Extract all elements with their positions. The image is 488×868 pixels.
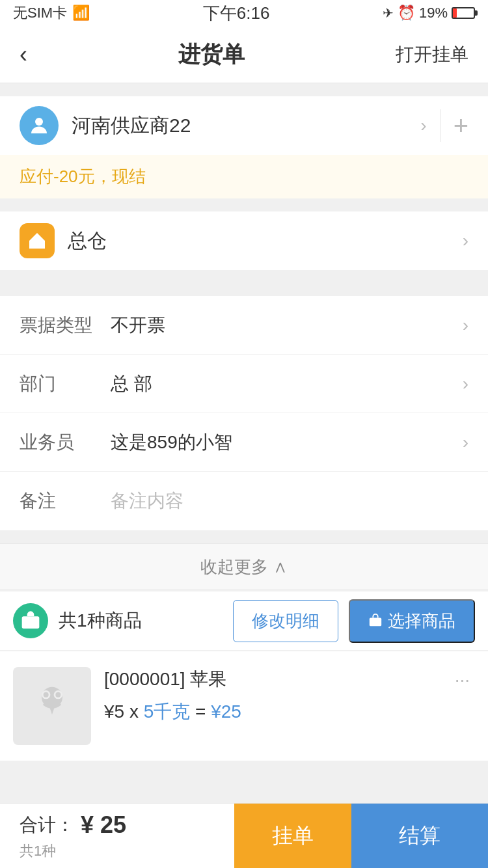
checkout-button[interactable]: 结算 <box>351 804 488 869</box>
edit-detail-button[interactable]: 修改明细 <box>233 600 338 642</box>
form-section: 票据类型 不开票 › 部门 总 部 › 业务员 这是859的小智 › 备注 备注… <box>0 296 488 530</box>
warehouse-icon <box>20 223 55 258</box>
section-divider-1 <box>0 83 488 96</box>
total-amount: ¥ 25 <box>81 811 126 839</box>
supplier-section: 河南供应商22 › + 应付-20元，现结 <box>0 96 488 198</box>
price-qty: 5千克 <box>144 701 191 722</box>
product-more-button[interactable]: ··· <box>450 667 475 693</box>
status-bar: 无SIM卡 📶 下午6:16 ✈ ⏰ 19% <box>0 0 488 26</box>
total-sub: 共1种 <box>20 841 215 861</box>
carrier-text: 无SIM卡 <box>13 3 67 23</box>
product-code: [0000001] <box>104 669 185 689</box>
remark-row[interactable]: 备注 备注内容 <box>0 472 488 530</box>
invoice-type-row[interactable]: 票据类型 不开票 › <box>0 296 488 355</box>
notice-text: 应付-20元，现结 <box>20 167 146 186</box>
product-name: [0000001] 苹果 <box>104 667 437 692</box>
select-product-button[interactable]: 选择商品 <box>349 599 475 643</box>
svg-rect-2 <box>22 616 40 629</box>
price-equals: = <box>195 701 211 722</box>
remark-label: 备注 <box>20 489 111 513</box>
page-title: 进货单 <box>178 40 245 70</box>
remark-placeholder: 备注内容 <box>111 489 468 513</box>
product-image-icon <box>26 680 78 732</box>
nav-bar: ‹ 进货单 打开挂单 <box>0 26 488 83</box>
status-time: 下午6:16 <box>203 2 270 25</box>
supplier-row[interactable]: 河南供应商22 › + <box>0 96 488 155</box>
invoice-type-label: 票据类型 <box>20 313 111 338</box>
warehouse-name: 总仓 <box>68 228 463 254</box>
product-item: [0000001] 苹果 ¥5 x 5千克 = ¥25 ··· <box>0 651 488 761</box>
salesman-label: 业务员 <box>20 430 111 455</box>
product-thumbnail <box>13 667 91 745</box>
warehouse-chevron-icon: › <box>463 230 468 251</box>
warehouse-row[interactable]: 总仓 › <box>0 211 488 270</box>
status-left: 无SIM卡 📶 <box>13 3 90 23</box>
person-icon <box>27 114 51 137</box>
department-value: 总 部 <box>111 372 463 396</box>
product-info: [0000001] 苹果 ¥5 x 5千克 = ¥25 <box>104 667 437 724</box>
home-icon <box>27 230 47 251</box>
collapse-bar[interactable]: 收起更多 ∧ <box>0 543 488 590</box>
summary-left: 合计： ¥ 25 共1种 <box>0 811 234 861</box>
svg-point-0 <box>35 118 43 126</box>
svg-rect-1 <box>34 243 40 249</box>
battery-percentage: 19% <box>419 5 448 21</box>
salesman-value: 这是859的小智 <box>111 430 463 455</box>
price-total: ¥25 <box>211 701 241 722</box>
price-unit: ¥5 <box>104 701 124 722</box>
select-product-icon <box>368 614 383 628</box>
bottom-bar: 合计： ¥ 25 共1种 挂单 结算 <box>0 803 488 868</box>
add-supplier-button[interactable]: + <box>454 111 468 141</box>
section-divider-2 <box>0 270 488 283</box>
salesman-chevron-icon: › <box>463 432 468 453</box>
location-icon: ✈ <box>383 5 394 21</box>
open-pending-button[interactable]: 打开挂单 <box>396 42 468 67</box>
supplier-name: 河南供应商22 <box>72 113 420 139</box>
invoice-chevron-icon: › <box>463 315 468 336</box>
svg-point-9 <box>44 692 49 698</box>
total-row: 合计： ¥ 25 <box>20 811 215 839</box>
invoice-type-value: 不开票 <box>111 313 463 338</box>
svg-point-10 <box>55 692 61 698</box>
salesman-row[interactable]: 业务员 这是859的小智 › <box>0 413 488 472</box>
vertical-divider <box>440 109 441 142</box>
product-section-header: 共1种商品 修改明细 选择商品 <box>0 591 488 650</box>
department-chevron-icon: › <box>463 373 468 394</box>
product-section-icon <box>13 603 48 638</box>
select-product-label: 选择商品 <box>388 610 455 632</box>
department-label: 部门 <box>20 372 111 396</box>
status-right: ✈ ⏰ 19% <box>383 5 475 21</box>
battery-icon <box>452 7 475 19</box>
back-button[interactable]: ‹ <box>20 41 27 68</box>
product-price: ¥5 x 5千克 = ¥25 <box>104 699 437 724</box>
hang-button[interactable]: 挂单 <box>234 804 351 869</box>
supplier-avatar <box>20 106 59 145</box>
total-label: 合计： <box>20 813 74 837</box>
notice-bar: 应付-20元，现结 <box>0 155 488 198</box>
alarm-icon: ⏰ <box>398 5 415 21</box>
supplier-chevron-icon: › <box>420 115 426 136</box>
product-title: 苹果 <box>190 669 226 689</box>
wifi-icon: 📶 <box>72 5 90 21</box>
collapse-label: 收起更多 ∧ <box>200 556 287 578</box>
shopping-icon <box>20 610 41 631</box>
department-row[interactable]: 部门 总 部 › <box>0 355 488 413</box>
price-multiply: x <box>129 701 144 722</box>
product-count-label: 共1种商品 <box>59 608 233 633</box>
